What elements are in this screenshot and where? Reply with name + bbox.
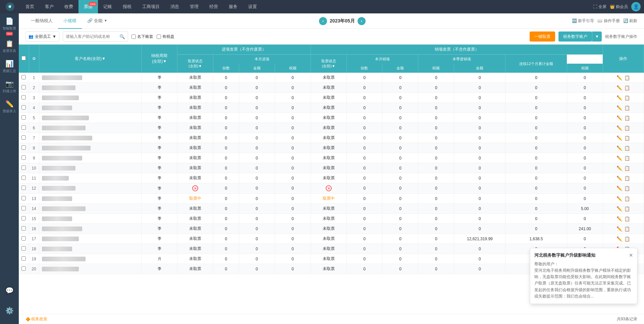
- row-checkbox[interactable]: [21, 166, 26, 170]
- row-checkbox[interactable]: [21, 246, 26, 251]
- edit-icon[interactable]: ✏️: [616, 216, 622, 221]
- row-checkbox[interactable]: [21, 135, 26, 140]
- copy-icon[interactable]: 📋: [624, 186, 630, 191]
- sidebar-item-invoice-open[interactable]: 📋 发票开具: [0, 36, 19, 56]
- row-checkbox-cell[interactable]: [19, 163, 29, 173]
- copy-icon[interactable]: 📋: [624, 176, 630, 181]
- row-checkbox[interactable]: [21, 196, 26, 200]
- vip-btn[interactable]: 👑 购会员: [610, 4, 628, 10]
- nav-client[interactable]: 客户: [40, 0, 59, 13]
- row-checkbox[interactable]: [21, 125, 26, 130]
- edit-icon[interactable]: ✏️: [616, 145, 622, 151]
- row-checkbox-cell[interactable]: [19, 214, 29, 224]
- tax-policy-link[interactable]: 🔶 税务政策: [25, 316, 47, 322]
- tab-small-scale[interactable]: 小规模: [58, 13, 82, 29]
- row-checkbox[interactable]: [21, 95, 26, 100]
- copy-icon[interactable]: 📋: [624, 145, 630, 151]
- tab-all-in-one[interactable]: 🔗全能 ▼: [82, 13, 113, 29]
- row-checkbox-cell[interactable]: [19, 234, 29, 244]
- nav-biz[interactable]: 工商项目: [137, 0, 165, 13]
- edit-icon[interactable]: ✏️: [616, 166, 622, 171]
- copy-icon[interactable]: 📋: [624, 135, 630, 141]
- edit-icon[interactable]: ✏️: [616, 186, 622, 191]
- row-checkbox-cell[interactable]: [19, 143, 29, 153]
- nav-tax[interactable]: 报税: [117, 0, 137, 13]
- notification-close-btn[interactable]: ✕: [629, 253, 633, 258]
- row-checkbox-cell[interactable]: [19, 204, 29, 214]
- row-checkbox-cell[interactable]: [19, 194, 29, 204]
- edit-icon[interactable]: ✏️: [616, 125, 622, 131]
- user-avatar[interactable]: 👤: [631, 2, 641, 11]
- copy-icon[interactable]: 📋: [624, 155, 630, 161]
- edit-icon[interactable]: ✏️: [616, 85, 622, 90]
- copy-icon[interactable]: 📋: [624, 196, 630, 201]
- row-checkbox-cell[interactable]: [19, 113, 29, 123]
- edit-icon[interactable]: ✏️: [616, 196, 622, 201]
- next-month-btn[interactable]: ›: [358, 17, 366, 25]
- row-checkbox[interactable]: [21, 256, 26, 261]
- nav-fee[interactable]: 收费: [59, 0, 78, 13]
- row-checkbox-cell[interactable]: [19, 153, 29, 163]
- all-in-one-dropdown[interactable]: ▼: [104, 19, 107, 22]
- select-all-checkbox[interactable]: [21, 56, 26, 60]
- edit-icon[interactable]: ✏️: [616, 176, 622, 181]
- manual-btn[interactable]: 📖 操作手册: [597, 18, 620, 24]
- row-checkbox[interactable]: [21, 155, 26, 160]
- row-checkbox[interactable]: [21, 115, 26, 120]
- row-checkbox-cell[interactable]: [19, 93, 29, 103]
- edit-icon[interactable]: ✏️: [616, 135, 622, 141]
- copy-icon[interactable]: 📋: [624, 226, 630, 232]
- row-checkbox[interactable]: [21, 75, 26, 79]
- nav-account[interactable]: 记账: [98, 0, 117, 13]
- row-checkbox-cell[interactable]: [19, 83, 29, 93]
- copy-icon[interactable]: 📋: [624, 125, 630, 131]
- nav-service[interactable]: 服务: [223, 0, 243, 13]
- copy-icon[interactable]: 📋: [624, 85, 630, 90]
- edit-icon[interactable]: ✏️: [616, 155, 622, 161]
- row-checkbox-cell[interactable]: [19, 103, 29, 113]
- row-checkbox[interactable]: [21, 216, 26, 220]
- copy-icon[interactable]: 📋: [624, 75, 630, 80]
- edit-icon[interactable]: ✏️: [616, 206, 622, 211]
- copy-icon[interactable]: 📋: [624, 236, 630, 242]
- row-checkbox-cell[interactable]: [19, 73, 29, 83]
- sidebar-item-smart-ticket[interactable]: 📄 智能取票 new: [0, 16, 19, 36]
- row-checkbox-cell[interactable]: [19, 244, 29, 254]
- edit-icon[interactable]: ✏️: [616, 236, 622, 242]
- checkbox-account-set[interactable]: 名下账套: [131, 34, 153, 40]
- checkbox-has-tax-disk-input[interactable]: [157, 35, 161, 39]
- sidebar-item-config[interactable]: ⚙️: [0, 301, 19, 321]
- copy-icon[interactable]: 📋: [624, 216, 630, 221]
- staff-select[interactable]: 👥 全部员工 ▼: [25, 31, 59, 42]
- tax-digital-account-dropdown-btn[interactable]: ▼: [592, 31, 602, 42]
- row-checkbox-cell[interactable]: [19, 224, 29, 234]
- row-checkbox[interactable]: [21, 236, 26, 241]
- nav-msg[interactable]: 消息: [165, 0, 184, 13]
- nav-ticket[interactable]: 票据new: [78, 0, 98, 13]
- row-checkbox-cell[interactable]: [19, 123, 29, 133]
- sidebar-item-invoice-summary[interactable]: 📊 票据汇总: [0, 56, 19, 76]
- nav-home[interactable]: 首页: [20, 0, 40, 13]
- row-checkbox[interactable]: [21, 105, 26, 110]
- edit-icon[interactable]: ✏️: [616, 75, 622, 80]
- row-checkbox-cell[interactable]: [19, 133, 29, 143]
- edit-icon[interactable]: ✏️: [616, 105, 622, 111]
- edit-icon[interactable]: ✏️: [616, 226, 622, 232]
- row-checkbox[interactable]: [21, 145, 26, 150]
- fullscreen-btn[interactable]: ⛶ 全屏: [593, 4, 606, 10]
- row-checkbox-cell[interactable]: [19, 254, 29, 264]
- copy-icon[interactable]: 📋: [624, 206, 630, 211]
- copy-icon[interactable]: 📋: [624, 115, 630, 121]
- search-box[interactable]: 🔍: [63, 31, 128, 42]
- row-checkbox-cell[interactable]: [19, 264, 29, 274]
- copy-icon[interactable]: 📋: [624, 95, 630, 101]
- search-btn[interactable]: 🔍: [119, 34, 125, 39]
- row-checkbox[interactable]: [21, 206, 26, 210]
- new-guide-btn[interactable]: 🆕 新手引导: [572, 18, 594, 24]
- prev-month-btn[interactable]: ‹: [319, 17, 327, 25]
- search-input[interactable]: [66, 34, 119, 39]
- row-checkbox[interactable]: [21, 226, 26, 231]
- edit-icon[interactable]: ✏️: [616, 115, 622, 121]
- row-checkbox-cell[interactable]: [19, 183, 29, 194]
- row-checkbox[interactable]: [21, 85, 26, 89]
